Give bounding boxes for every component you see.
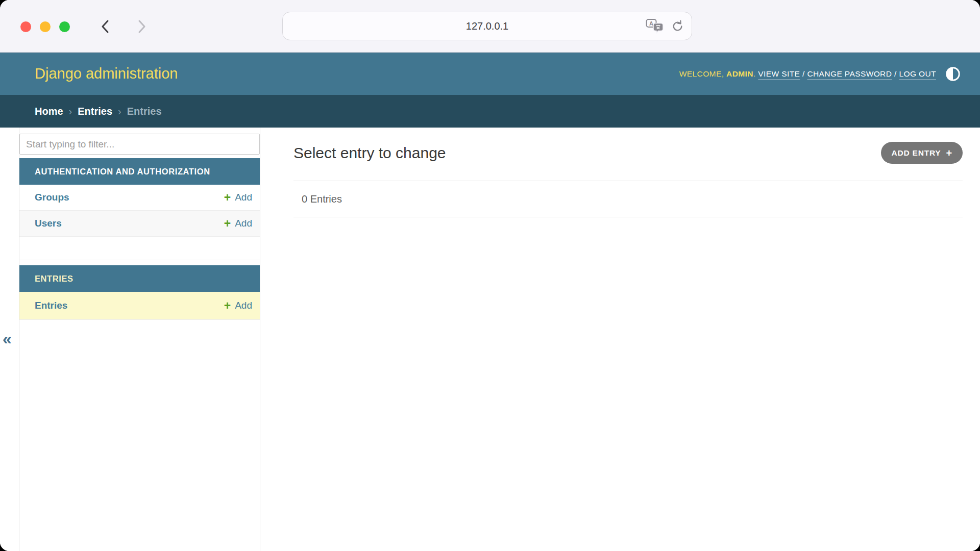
back-icon[interactable]: [98, 18, 113, 35]
plus-icon: +: [224, 300, 231, 312]
breadcrumb: Home › Entries › Entries: [0, 95, 980, 128]
view-site-link[interactable]: VIEW SITE: [758, 69, 800, 79]
sidebar-item-entries: Entries + Add: [19, 292, 260, 320]
traffic-lights: [20, 21, 70, 32]
entries-link[interactable]: Entries: [35, 300, 67, 311]
minimize-window-button[interactable]: [40, 21, 51, 32]
plus-icon: +: [224, 192, 231, 204]
content-area: « AUTHENTICATION AND AUTHORIZATION Group…: [0, 128, 980, 551]
log-out-link[interactable]: LOG OUT: [899, 69, 936, 79]
add-user-button[interactable]: + Add: [224, 218, 252, 230]
main-content: Select entry to change ADD ENTRY + 0 Ent…: [261, 128, 980, 551]
change-password-link[interactable]: CHANGE PASSWORD: [807, 69, 892, 79]
link-separator: /: [892, 69, 899, 79]
groups-link[interactable]: Groups: [35, 192, 69, 203]
sidebar-filter-input[interactable]: [19, 134, 260, 155]
username: ADMIN: [726, 69, 753, 78]
theme-toggle-icon[interactable]: [945, 66, 961, 82]
breadcrumb-home-link[interactable]: Home: [35, 106, 63, 117]
results-bar: 0 Entries: [293, 181, 963, 217]
user-tools: WELCOME, ADMIN. VIEW SITE / CHANGE PASSW…: [679, 69, 936, 79]
admin-header: Django administration WELCOME, ADMIN. VI…: [0, 53, 980, 95]
users-link[interactable]: Users: [35, 218, 62, 229]
add-label: Add: [235, 192, 252, 203]
sidebar-item-users: Users + Add: [19, 211, 260, 237]
changelist-header: Select entry to change ADD ENTRY +: [293, 142, 963, 164]
module-caption-entries: ENTRIES: [19, 265, 260, 292]
add-entry-button[interactable]: ADD ENTRY +: [881, 142, 963, 164]
welcome-text: WELCOME, ADMIN.: [679, 69, 758, 79]
sidebar-item-groups: Groups + Add: [19, 185, 260, 211]
link-separator: /: [800, 69, 807, 79]
site-title-link[interactable]: Django administration: [35, 65, 679, 82]
add-entry-sidebar-button[interactable]: + Add: [224, 300, 252, 312]
translate-icon[interactable]: A: [646, 18, 665, 34]
nav-sidebar: AUTHENTICATION AND AUTHORIZATION Groups …: [19, 128, 260, 551]
module-caption-auth: AUTHENTICATION AND AUTHORIZATION: [19, 158, 260, 185]
add-label: Add: [235, 300, 252, 311]
plus-icon: +: [224, 218, 231, 230]
breadcrumb-current: Entries: [127, 106, 162, 117]
browser-window: 127.0.0.1 A: [0, 0, 980, 551]
module-spacer: [19, 237, 260, 260]
address-bar[interactable]: 127.0.0.1 A: [282, 12, 692, 40]
forward-icon[interactable]: [134, 18, 149, 35]
result-count: 0 Entries: [302, 193, 342, 205]
module-entries: ENTRIES Entries + Add: [19, 265, 260, 320]
close-window-button[interactable]: [20, 21, 31, 32]
page-title: Select entry to change: [293, 144, 446, 162]
plus-icon: +: [946, 148, 952, 158]
add-group-button[interactable]: + Add: [224, 192, 252, 204]
breadcrumb-separator: ›: [118, 106, 121, 117]
browser-chrome: 127.0.0.1 A: [0, 0, 980, 53]
zoom-window-button[interactable]: [59, 21, 70, 32]
svg-text:A: A: [649, 20, 653, 27]
module-auth: AUTHENTICATION AND AUTHORIZATION Groups …: [19, 158, 260, 260]
breadcrumb-entries-link[interactable]: Entries: [78, 106, 112, 117]
add-label: Add: [235, 218, 252, 229]
sidebar-collapse-toggle[interactable]: «: [3, 331, 12, 347]
reload-icon[interactable]: [671, 19, 684, 33]
add-entry-button-label: ADD ENTRY: [891, 148, 941, 158]
url-text[interactable]: 127.0.0.1: [466, 20, 508, 32]
address-bar-icons: A: [646, 12, 684, 40]
breadcrumb-separator: ›: [69, 106, 72, 117]
